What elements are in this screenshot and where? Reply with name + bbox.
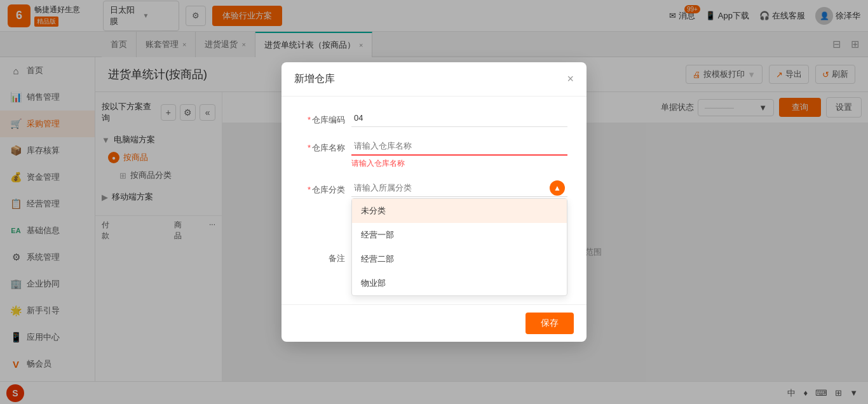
right-content: 进货单统计(按商品) 🖨 按模板打印 ▼ ↗ 导出 ↺ 刷新 [95, 57, 868, 404]
modal-title: 新增仓库 [294, 72, 335, 86]
category-input[interactable] [351, 179, 567, 197]
form-row-name: 仓库名称 请输入仓库名称 [301, 137, 567, 169]
dropdown-item-dept2[interactable]: 经营二部 [352, 247, 567, 271]
name-field: 请输入仓库名称 [351, 137, 567, 169]
dropdown-item-dept3[interactable]: 物业部 [352, 271, 567, 295]
modal-body: 仓库编码 仓库名称 请输入仓库名称 [281, 97, 587, 304]
modal-header: 新增仓库 × [281, 62, 587, 97]
category-field: ▲ 未分类 经营一部 经营二部 物业部 [351, 179, 567, 197]
name-label: 仓库名称 [301, 137, 351, 154]
modal-footer: 保存 [281, 304, 587, 342]
form-row-category: 仓库分类 ▲ 未分类 经营一部 经营二部 物业部 [301, 179, 567, 197]
code-field [351, 109, 567, 127]
dropdown-item-dept1[interactable]: 经营一部 [352, 223, 567, 247]
category-label: 仓库分类 [301, 179, 351, 196]
dropdown-item-uncategorized[interactable]: 未分类 [352, 199, 567, 223]
note-label: 备注 [301, 248, 351, 264]
form-row-code: 仓库编码 [301, 109, 567, 127]
modal-overlay: 新增仓库 × 仓库编码 仓库名称 [0, 0, 868, 404]
new-warehouse-modal: 新增仓库 × 仓库编码 仓库名称 [281, 62, 587, 342]
modal-close-button[interactable]: × [567, 72, 574, 86]
save-button[interactable]: 保存 [526, 313, 574, 334]
code-label: 仓库编码 [301, 109, 351, 126]
main-layout: ⌂ 首页 📊 销售管理 🛒 采购管理 📦 库存核算 💰 资金管理 📋 经营管理 … [0, 57, 868, 404]
category-toggle-button[interactable]: ▲ [550, 180, 565, 196]
name-input[interactable] [351, 137, 567, 156]
name-error-msg: 请输入仓库名称 [351, 158, 567, 169]
code-input[interactable] [351, 109, 567, 127]
category-dropdown: 未分类 经营一部 经营二部 物业部 [351, 198, 567, 296]
